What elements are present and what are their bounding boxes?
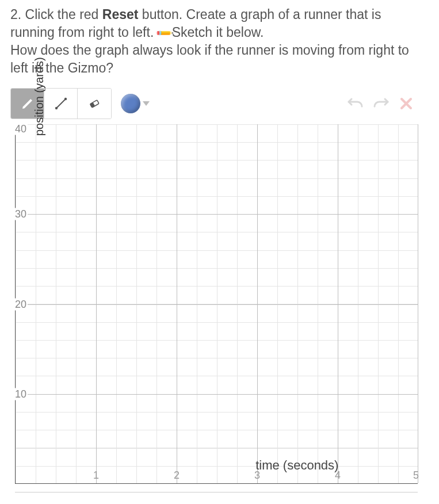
question-sketch: Sketch it below. <box>172 25 264 40</box>
line-icon <box>54 96 68 111</box>
tool-group <box>10 88 112 119</box>
grid-major-v <box>418 124 418 483</box>
undo-icon <box>347 97 364 110</box>
chart-container: 40 30 20 10 1 2 3 4 5 position (yards) t… <box>10 124 419 495</box>
redo-icon <box>372 97 390 110</box>
redo-button[interactable] <box>368 91 394 116</box>
drawing-toolbar <box>10 87 419 120</box>
y-tick-label: 40 <box>14 123 28 135</box>
reset-word: Reset <box>102 7 139 22</box>
grid-major-h <box>16 304 418 305</box>
eraser-icon <box>87 96 102 111</box>
grid-major-h <box>16 214 418 215</box>
y-tick-label: 30 <box>14 208 28 220</box>
question-part3: How does the graph always look if the ru… <box>10 43 409 75</box>
question-text: 2. Click the red Reset button. Create a … <box>10 6 429 77</box>
color-swatch-icon <box>121 94 140 113</box>
x-axis-label: time (seconds) <box>255 458 338 473</box>
line-tool-button[interactable] <box>44 89 78 119</box>
bottom-divider <box>15 492 418 495</box>
position-time-chart[interactable]: 40 30 20 10 1 2 3 4 5 position (yards) t… <box>15 124 418 484</box>
grid-major-h <box>16 394 418 395</box>
undo-button[interactable] <box>343 91 368 116</box>
question-number: 2. <box>10 7 21 22</box>
x-tick-label: 2 <box>174 469 180 482</box>
question-part1: Click the red <box>25 7 102 22</box>
x-tick-label: 5 <box>413 469 419 482</box>
pencil-icon <box>21 97 35 110</box>
y-tick-label: 10 <box>14 388 28 400</box>
close-icon <box>399 96 414 111</box>
y-axis-label: position (yards) <box>33 57 46 136</box>
x-tick-label: 1 <box>93 469 99 482</box>
y-tick-label: 20 <box>14 298 28 310</box>
eraser-tool-button[interactable] <box>78 89 111 119</box>
color-picker-button[interactable] <box>121 94 150 113</box>
chevron-down-icon <box>143 101 150 106</box>
close-button[interactable] <box>394 91 419 116</box>
svg-line-2 <box>57 100 65 108</box>
